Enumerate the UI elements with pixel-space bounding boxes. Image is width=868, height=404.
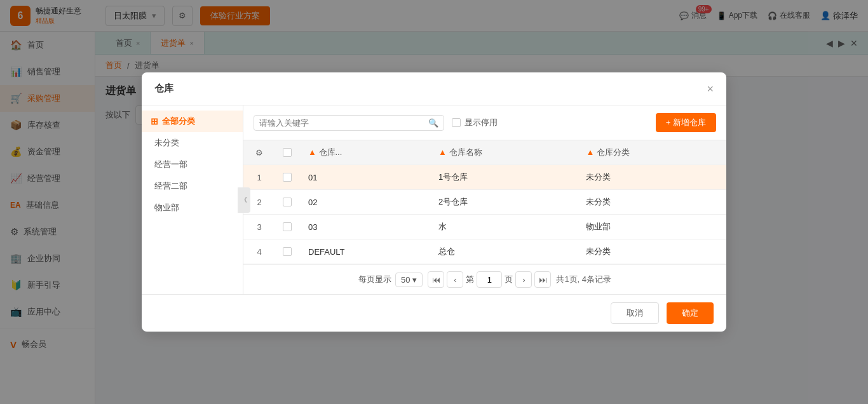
table-row[interactable]: 3 03 水 物业部	[243, 215, 726, 239]
sort-icon[interactable]: ▲	[308, 147, 316, 157]
row-category-3: 物业部	[578, 215, 726, 239]
page-size-select: 每页显示 50 ▾	[358, 273, 423, 287]
modal-header: 仓库 ×	[142, 72, 726, 105]
search-input[interactable]	[259, 118, 428, 128]
warehouse-modal: 仓库 × ⊞ 全部分类 未分类 经营一部 经营二部	[142, 72, 726, 332]
row-checkbox-4[interactable]	[275, 239, 301, 264]
col-category: ▲ 仓库分类	[578, 140, 726, 165]
sort-icon-cat[interactable]: ▲	[586, 147, 594, 157]
search-bar: 🔍 显示停用 + 新增仓库	[243, 105, 726, 140]
sort-icon-name[interactable]: ▲	[438, 147, 447, 157]
page-number-input[interactable]	[477, 271, 502, 288]
row-name-4: 总仓	[431, 239, 578, 264]
table-panel: 🔍 显示停用 + 新增仓库 ⚙	[243, 105, 726, 294]
disabled-checkbox[interactable]	[452, 118, 461, 127]
row-name-1: 1号仓库	[431, 165, 578, 190]
col-settings[interactable]: ⚙	[243, 140, 275, 165]
row-name-2: 2号仓库	[431, 190, 578, 215]
category-all-item[interactable]: ⊞ 全部分类	[142, 111, 243, 132]
row-checkbox-3[interactable]	[275, 215, 301, 239]
category-business1[interactable]: 经营一部	[142, 154, 243, 175]
search-icon[interactable]: 🔍	[428, 118, 438, 128]
modal-close-button[interactable]: ×	[707, 83, 714, 95]
table-row[interactable]: 2 02 2号仓库 未分类	[243, 190, 726, 215]
select-all-checkbox[interactable]	[283, 148, 292, 157]
row-code-1: 01	[301, 165, 431, 190]
row-checkbox-1[interactable]	[275, 165, 301, 190]
row-code-3: 03	[301, 215, 431, 239]
modal-overlay: 仓库 × ⊞ 全部分类 未分类 经营一部 经营二部	[0, 0, 868, 404]
search-input-wrap: 🔍	[254, 115, 444, 131]
modal-body: ⊞ 全部分类 未分类 经营一部 经营二部 物业部 《	[142, 105, 726, 294]
first-page-button[interactable]: ⏮	[428, 271, 444, 288]
confirm-button[interactable]: 确定	[667, 302, 714, 324]
row-code-4: DEFAULT	[301, 239, 431, 264]
category-business2[interactable]: 经营二部	[142, 175, 243, 197]
category-unclassified[interactable]: 未分类	[142, 132, 243, 154]
modal-title: 仓库	[154, 83, 173, 95]
data-table: ⚙ ▲ 仓库... ▲ 仓库名称	[243, 140, 726, 264]
next-page-button[interactable]: ›	[515, 271, 532, 288]
col-code: ▲ 仓库...	[301, 140, 431, 165]
grid-icon: ⊞	[151, 116, 158, 126]
row-category-1: 未分类	[578, 165, 726, 190]
add-warehouse-button[interactable]: + 新增仓库	[656, 113, 716, 132]
row-num-4: 4	[243, 239, 275, 264]
row-code-2: 02	[301, 190, 431, 215]
cancel-button[interactable]: 取消	[611, 302, 659, 324]
row-name-3: 水	[431, 215, 578, 239]
table-row[interactable]: 4 DEFAULT 总仓 未分类	[243, 239, 726, 264]
show-disabled-checkbox[interactable]: 显示停用	[452, 117, 498, 128]
warehouse-table: ⚙ ▲ 仓库... ▲ 仓库名称	[243, 140, 726, 264]
category-panel: ⊞ 全部分类 未分类 经营一部 经营二部 物业部 《	[142, 105, 243, 294]
pagination: 每页显示 50 ▾ ⏮ ‹ 第 页 › ⏭	[243, 264, 726, 294]
collapse-panel-button[interactable]: 《	[238, 187, 250, 213]
row-num-3: 3	[243, 215, 275, 239]
row-checkbox-2[interactable]	[275, 190, 301, 215]
chevron-down-icon: ▾	[412, 275, 417, 285]
page-navigation: ⏮ ‹ 第 页 › ⏭	[428, 271, 551, 288]
col-name: ▲ 仓库名称	[431, 140, 578, 165]
category-property[interactable]: 物业部	[142, 197, 243, 219]
page-info: 共1页, 4条记录	[556, 274, 611, 285]
col-checkbox[interactable]	[275, 140, 301, 165]
modal-footer: 取消 确定	[142, 294, 726, 332]
prev-page-button[interactable]: ‹	[447, 271, 463, 288]
last-page-button[interactable]: ⏭	[534, 271, 551, 288]
table-row[interactable]: 1 01 1号仓库 未分类	[243, 165, 726, 190]
row-category-2: 未分类	[578, 190, 726, 215]
row-num-1: 1	[243, 165, 275, 190]
page-size-dropdown[interactable]: 50 ▾	[395, 273, 423, 287]
row-category-4: 未分类	[578, 239, 726, 264]
